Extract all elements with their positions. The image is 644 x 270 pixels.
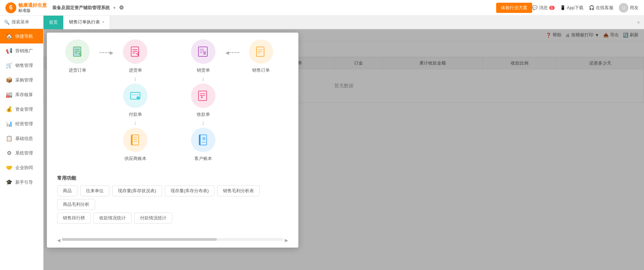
logo-text: 畅康通好生意 标准版 <box>18 2 47 14</box>
scroll-track[interactable] <box>62 238 283 241</box>
func-btn-inventory-status[interactable]: 现存量(库存状况表) <box>112 185 162 196</box>
svg-rect-26 <box>131 135 133 145</box>
common-functions-title: 常用功能 <box>57 175 288 181</box>
sidebar-item-operations[interactable]: 📊 经营管理 <box>0 116 43 131</box>
common-functions: 常用功能 商品 往来单位 现存量(库存状况表) 现存量(库存分布表) 销售毛利分… <box>57 175 288 223</box>
finance-icon: 💰 <box>6 106 13 112</box>
svg-rect-13 <box>257 47 264 56</box>
func-btn-receipt-stat[interactable]: 收款情况统计 <box>93 213 132 223</box>
arrow-down-sale-bill: ↓ <box>202 73 205 84</box>
sidebar-item-quicknav[interactable]: 🏠 快捷导航 <box>0 29 43 43</box>
func-btn-payment-stat[interactable]: 付款情况统计 <box>134 213 172 223</box>
top-actions: 💬 消息 6 📱 App下载 🎧 在线客服 U 用友 <box>532 3 639 13</box>
svg-rect-4 <box>131 47 139 56</box>
svg-rect-31 <box>199 135 201 145</box>
func-btn-counterparty[interactable]: 往来单位 <box>80 185 109 196</box>
arrow-down-receipt: ↓ <box>202 118 205 128</box>
message-icon: 💬 <box>532 5 538 10</box>
quicknav-icon: 🏠 <box>6 33 13 39</box>
basic-icon: 📋 <box>6 135 13 142</box>
sale-bill-circle <box>191 39 215 64</box>
arrow-purchase-order-to-bill: ▶ <box>100 50 114 55</box>
flow-customer-ledger[interactable]: 客户账本 <box>191 128 215 162</box>
logo-area: 6 畅康通好生意 标准版 <box>5 2 47 14</box>
receipt-bill-circle: ¥ <box>191 84 215 108</box>
flow-supplier-ledger[interactable]: 供应商账本 <box>123 128 147 162</box>
dropdown-icon[interactable]: ▼ <box>112 6 116 10</box>
sidebar-item-system[interactable]: ⚙ 系统管理 <box>0 146 43 160</box>
tab-bar: 首页 销售订单执行表 × × <box>43 16 644 29</box>
arrow-sale-order-to-bill: ◀ <box>225 50 239 55</box>
inventory-icon: 🏭 <box>6 91 13 98</box>
search-menu[interactable]: 🔍 搜索菜单 <box>0 16 43 29</box>
func-buttons-row-1: 商品 往来单位 现存量(库存状况表) 现存量(库存分布表) 销售毛利分析表 商品… <box>57 185 288 210</box>
sales-icon: 🛒 <box>6 62 13 69</box>
page-content: ❓ 帮助 🖨 按模板打印 ▼ 📤 导出 🔄 刷新 <box>43 29 644 270</box>
flow-receipt-bill[interactable]: ¥ 收款单 <box>191 84 215 118</box>
svg-rect-18 <box>130 94 140 95</box>
tab-sales-order-exec[interactable]: 销售订单执行表 × <box>64 16 110 29</box>
system-title: 装备及固定资产辅助管理系统 ▼ ⚙ <box>52 4 496 11</box>
modal-scrollbar[interactable]: ◀ ▶ <box>47 236 298 248</box>
flow-purchase-bill[interactable]: 进货单 <box>123 39 147 73</box>
sidebar-item-inventory[interactable]: 🏭 库存核算 <box>0 87 43 102</box>
flow-purchase-order[interactable]: 进货订单 <box>65 39 90 73</box>
arrow-down-payment: ↓ <box>134 118 137 128</box>
svg-rect-8 <box>198 47 207 56</box>
scroll-left-icon[interactable]: ◀ <box>57 238 60 243</box>
tab-home[interactable]: 首页 <box>43 16 64 29</box>
sale-order-circle <box>249 39 273 64</box>
message-badge: 6 <box>549 6 555 10</box>
svg-text:¥: ¥ <box>201 95 203 99</box>
search-icon: 🔍 <box>4 20 10 25</box>
purchase-bill-circle <box>123 39 147 64</box>
message-action[interactable]: 💬 消息 6 <box>532 5 555 11</box>
close-all-tabs[interactable]: × <box>633 20 644 25</box>
payment-bill-circle: ¥ <box>123 84 147 108</box>
flow-sale-bill[interactable]: 销货单 <box>191 39 215 73</box>
logo-icon: 6 <box>5 2 16 13</box>
app-download-action[interactable]: 📱 App下载 <box>560 5 584 11</box>
operations-icon: 📊 <box>6 121 13 127</box>
func-btn-product-margin[interactable]: 商品毛利分析 <box>57 199 95 210</box>
avatar: U <box>619 3 628 13</box>
func-btn-sales-margin[interactable]: 销售毛利分析表 <box>217 185 260 196</box>
sidebar-item-basic[interactable]: 📋 基础信息 <box>0 131 43 146</box>
content-area: 首页 销售订单执行表 × × ❓ 帮助 🖨 <box>43 16 644 270</box>
online-service-action[interactable]: 🎧 在线客服 <box>589 5 613 11</box>
sidebar-item-marketing[interactable]: 📢 营销推广 <box>0 43 43 58</box>
svg-rect-0 <box>73 47 81 56</box>
sidebar-item-guide[interactable]: 🎓 新手引导 <box>0 175 43 190</box>
svg-text:¥: ¥ <box>137 96 139 100</box>
flow-sale-order[interactable]: 销售订单 <box>249 39 273 73</box>
func-btn-product[interactable]: 商品 <box>57 185 77 196</box>
sidebar: 🔍 搜索菜单 🏠 快捷导航 📢 营销推广 🛒 销售管理 📦 采购管理 🏭 <box>0 16 43 270</box>
svg-point-32 <box>202 137 206 140</box>
sidebar-item-finance[interactable]: 💰 资金管理 <box>0 102 43 116</box>
sidebar-item-purchase[interactable]: 📦 采购管理 <box>0 73 43 87</box>
download-icon: 📱 <box>560 5 565 10</box>
func-btn-inventory-dist[interactable]: 现存量(库存分布表) <box>165 185 215 196</box>
experience-button[interactable]: 体验行业方案 <box>496 3 532 13</box>
func-btn-sales-rank[interactable]: 销售排行榜 <box>57 213 91 223</box>
supplier-ledger-circle <box>123 128 147 152</box>
purchase-icon: 📦 <box>6 77 13 83</box>
modal-box: 进货订单 ▶ <box>47 33 298 248</box>
settings-icon[interactable]: ⚙ <box>119 4 124 11</box>
scroll-thumb <box>62 238 217 241</box>
guide-icon: 🎓 <box>6 179 13 185</box>
tab-close-icon[interactable]: × <box>102 20 104 24</box>
modal-overlay: 进货订单 ▶ <box>43 29 644 270</box>
func-buttons-row-2: 销售排行榜 收款情况统计 付款情况统计 <box>57 213 288 223</box>
scroll-right-icon[interactable]: ▶ <box>285 238 288 243</box>
user-action[interactable]: U 用友 <box>619 3 639 13</box>
marketing-icon: 📢 <box>6 48 13 54</box>
flow-payment-bill[interactable]: ¥ 付款单 <box>123 84 147 118</box>
sidebar-item-enterprise[interactable]: 🤝 企业协同 <box>0 160 43 175</box>
modal-content: 进货订单 ▶ <box>47 33 298 236</box>
system-icon: ⚙ <box>6 150 13 156</box>
enterprise-icon: 🤝 <box>6 164 13 171</box>
flow-diagram: 进货订单 ▶ <box>57 39 288 172</box>
svg-rect-12 <box>203 51 206 55</box>
sidebar-item-sales[interactable]: 🛒 销售管理 <box>0 58 43 73</box>
